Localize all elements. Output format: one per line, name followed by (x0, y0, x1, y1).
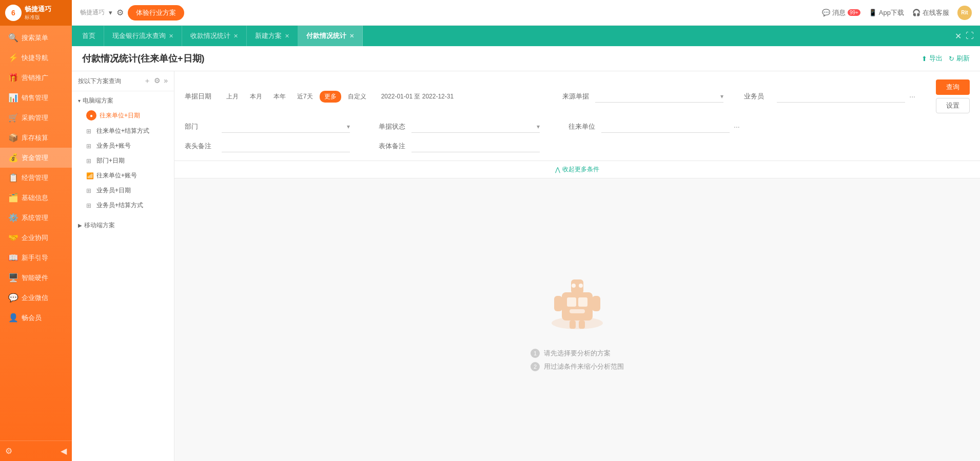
scheme-item-unit-account[interactable]: 📶 往来单位+账号 (72, 168, 174, 183)
date-last-7days[interactable]: 近7天 (292, 91, 318, 103)
scheme-item-unit-date[interactable]: ● 往来单位+日期 (72, 107, 174, 124)
sidebar-item-inventory[interactable]: 📦 库存核算 (0, 128, 72, 148)
table-icon-3: ⊞ (86, 157, 93, 165)
sidebar-item-member[interactable]: 👤 畅会员 (0, 308, 72, 328)
tab-receipt[interactable]: 收款情况统计 ✕ (182, 26, 247, 46)
svg-rect-9 (592, 296, 600, 311)
tab-new-scheme[interactable]: 新建方案 ✕ (247, 26, 298, 46)
tab-cashflow[interactable]: 现金银行流水查询 ✕ (104, 26, 182, 46)
dept-arrow-icon: ▾ (347, 123, 350, 130)
expand-mobile-icon: ▶ (78, 223, 82, 228)
settings-footer-icon[interactable]: ⚙ (5, 446, 12, 456)
partner-more-icon[interactable]: ··· (734, 123, 740, 131)
mobile-group-header[interactable]: ▶ 移动端方案 (72, 219, 174, 232)
tabs-bar-actions: ✕ ⛶ (955, 31, 978, 41)
topbar-left: 畅捷通巧 ▾ ⚙ 体验行业方案 (80, 5, 816, 21)
service-label: 在线客服 (923, 8, 949, 17)
export-icon: ⬆ (922, 55, 927, 63)
source-arrow-icon: ▾ (720, 93, 723, 100)
close-all-tabs-icon[interactable]: ✕ (955, 31, 962, 41)
sidebar-item-capital[interactable]: 💰 资金管理 (0, 148, 72, 168)
page-header: 付款情况统计(往来单位+日期) ⬆ 导出 ↻ 刷新 (72, 46, 980, 71)
tab-home[interactable]: 首页 (74, 26, 104, 46)
message-icon: 💬 (822, 9, 830, 16)
scheme-item-staff-settle[interactable]: ⊞ 业务员+结算方式 (72, 198, 174, 213)
scheme-settings-icon[interactable]: ⚙ (154, 76, 161, 86)
settings-button[interactable]: 设置 (936, 98, 970, 113)
sidebar-item-enterprise[interactable]: 🤝 企业协同 (0, 228, 72, 248)
date-custom[interactable]: 自定义 (343, 91, 371, 103)
query-button[interactable]: 查询 (936, 79, 970, 95)
phone-icon: 📱 (869, 9, 877, 16)
headset-icon: 🎧 (912, 9, 920, 16)
topbar-gear-icon[interactable]: ⚙ (116, 8, 124, 17)
tabs-bar: 首页 现金银行流水查询 ✕ 收款情况统计 ✕ 新建方案 ✕ 付款情况统计 ✕ ✕… (72, 26, 980, 46)
staff-label: 业务员 (744, 92, 773, 101)
step-2-num: 2 (531, 362, 540, 371)
date-this-year[interactable]: 本年 (269, 91, 290, 103)
sidebar-item-purchase[interactable]: 🛒 采购管理 (0, 108, 72, 128)
tab-close-receipt[interactable]: ✕ (233, 33, 238, 39)
filter-row-3: 表头备注 表体备注 (185, 140, 970, 152)
collapse-panel-icon[interactable]: » (164, 76, 168, 86)
doc-status-select[interactable]: ▾ (411, 121, 540, 133)
breadcrumb-dropdown[interactable]: ▾ (109, 9, 112, 16)
gift-icon: 🎁 (8, 73, 17, 83)
partner-input[interactable] (601, 121, 730, 133)
date-last-month[interactable]: 上月 (222, 91, 243, 103)
sidebar-item-wechat[interactable]: 💬 企业微信 (0, 288, 72, 308)
scheme-item-staff-date[interactable]: ⊞ 业务员+日期 (72, 183, 174, 198)
filter-row-1: 单据日期 上月 本月 本年 近7天 更多 自定义 2022-01-01 至 20… (185, 79, 970, 113)
sidebar-logo: 6 (5, 5, 22, 21)
user-avatar[interactable]: Rit (957, 6, 972, 20)
collapse-up-icon: ⋀ (555, 166, 560, 173)
date-more[interactable]: 更多 (320, 91, 341, 103)
tab-payment[interactable]: 付款情况统计 ✕ (298, 26, 363, 46)
scheme-item-unit-settle[interactable]: ⊞ 往来单位+结算方式 (72, 124, 174, 138)
doc-status-label: 单据状态 (379, 122, 407, 131)
date-this-month[interactable]: 本月 (245, 91, 267, 103)
header-note-input[interactable] (222, 140, 350, 152)
sidebar-item-hardware[interactable]: 🖥️ 智能硬件 (0, 268, 72, 288)
collapse-sidebar-icon[interactable]: ◀ (61, 446, 67, 456)
app-download-item[interactable]: 📱 App下载 (869, 8, 904, 17)
page-title: 付款情况统计(往来单位+日期) (82, 52, 205, 65)
collapse-conditions-button[interactable]: ⋀ 收起更多条件 (174, 161, 980, 178)
refresh-button[interactable]: ↻ 刷新 (949, 54, 970, 63)
tab-close-cashflow[interactable]: ✕ (169, 33, 173, 39)
sidebar-item-guide[interactable]: 📖 新手引导 (0, 248, 72, 268)
scheme-item-staff-account[interactable]: ⊞ 业务员+账号 (72, 138, 174, 153)
trial-button[interactable]: 体验行业方案 (128, 5, 184, 21)
search-icon: 🔍 (8, 33, 17, 43)
sidebar-item-marketing[interactable]: 🎁 营销推广 (0, 68, 72, 88)
expand-tabs-icon[interactable]: ⛶ (966, 31, 974, 41)
add-scheme-icon[interactable]: ＋ (144, 76, 151, 86)
sidebar-item-search[interactable]: 🔍 搜索菜单 (0, 28, 72, 48)
staff-input[interactable] (777, 90, 905, 103)
service-item[interactable]: 🎧 在线客服 (912, 8, 949, 17)
sidebar-item-sales[interactable]: 📊 销售管理 (0, 88, 72, 108)
date-range-display: 2022-01-01 至 2022-12-31 (381, 92, 454, 101)
tab-close-payment[interactable]: ✕ (349, 33, 354, 39)
staff-more-icon[interactable]: ··· (909, 92, 915, 101)
export-button[interactable]: ⬆ 导出 (922, 54, 943, 63)
dept-select[interactable]: ▾ (222, 121, 350, 133)
scheme-item-dept-date[interactable]: ⊞ 部门+日期 (72, 153, 174, 168)
handshake-icon: 🤝 (8, 233, 17, 243)
sidebar-item-system[interactable]: ⚙️ 系统管理 (0, 208, 72, 228)
sidebar-item-operation[interactable]: 📋 经营管理 (0, 168, 72, 188)
tab-close-new-scheme[interactable]: ✕ (285, 33, 289, 39)
desktop-group-header[interactable]: ▾ 电脑端方案 (72, 94, 174, 107)
message-label: 消息 (832, 8, 846, 17)
body-note-input[interactable] (411, 140, 540, 152)
user-icon: 👤 (8, 313, 17, 323)
svg-point-7 (579, 284, 583, 288)
message-item[interactable]: 💬 消息 99+ (822, 8, 860, 17)
sidebar-item-basic[interactable]: 🗂️ 基础信息 (0, 188, 72, 208)
sidebar-item-quicknav[interactable]: ⚡ 快捷导航 (0, 48, 72, 68)
left-panel: 按以下方案查询 ＋ ⚙ » ▾ 电脑端方案 ● 往来单位+日期 (72, 71, 174, 461)
expand-icon: ▾ (78, 98, 81, 104)
source-select[interactable]: ▾ (595, 91, 723, 103)
header-note-label: 表头备注 (185, 142, 213, 151)
sidebar-title: 畅捷通巧 (25, 5, 51, 14)
